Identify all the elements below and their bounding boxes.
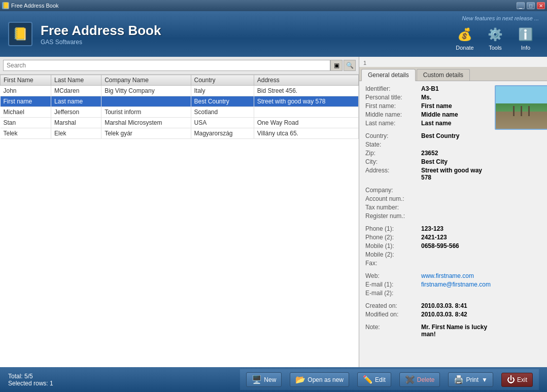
country-label: Country: (365, 132, 421, 139)
tools-icon: ⚙️ (486, 25, 504, 44)
first-name-value: First name (421, 102, 452, 110)
cell-company: Tourist inform (101, 107, 191, 118)
print-dropdown-icon[interactable]: ▼ (482, 376, 488, 383)
city-label: City: (365, 158, 421, 165)
delete-label: Delete (417, 376, 435, 383)
open-as-new-label: Open as new (307, 376, 344, 383)
app-icon: 📒 (2, 2, 9, 9)
identifier-value: A3-B1 (421, 85, 439, 92)
field-first-name: First name: First name (365, 102, 491, 110)
phone2-label: Phone (2): (365, 234, 421, 241)
contact-table[interactable]: First Name Last Name Company Name Countr… (0, 75, 359, 367)
field-fax: Fax: (365, 260, 491, 267)
tax-number-label: Tax number: (365, 204, 421, 211)
delete-button[interactable]: ✖️ Delete (399, 372, 440, 387)
personal-title-value: Ms. (421, 94, 431, 101)
close-button[interactable]: ✕ (537, 2, 545, 9)
field-note: Note: Mr. First Name is lucky man! (365, 324, 491, 338)
header-buttons: 💰 Donate ⚙️ Tools ℹ️ Info (452, 23, 539, 53)
main-area: ▣ 🔍 First Name Last Name Company Name Co… (0, 57, 547, 367)
title-bar-text: Free Address Book (11, 3, 515, 9)
field-mobile1: Mobile (1): 0658-595-566 (365, 242, 491, 250)
field-web: Web: www.firstname.com (365, 272, 491, 279)
cell-firstName: Stan (1, 118, 51, 128)
table-row[interactable]: JohnMCdarenBig Vitty CompanyItalyBid Str… (1, 86, 359, 96)
photo-posts (513, 106, 530, 116)
edit-button[interactable]: ✏️ Edit (357, 372, 391, 387)
fax-label: Fax: (365, 260, 421, 267)
mobile1-value: 0658-595-566 (421, 242, 459, 250)
new-button[interactable]: 🖥️ New (246, 372, 282, 387)
cell-address: Street with good way 578 (254, 96, 358, 107)
cell-firstName: Telek (1, 128, 51, 139)
cell-country: Scotland (191, 107, 254, 118)
tab-custom[interactable]: Custom details (417, 69, 470, 81)
search-bar: ▣ 🔍 (0, 57, 359, 75)
city-value: Best City (421, 158, 448, 165)
field-email1: E-mail (1): firstname@firstname.com (365, 281, 491, 288)
cell-lastName: Elek (51, 128, 101, 139)
last-name-value: Last name (421, 120, 451, 127)
modified-on-label: Modified on: (365, 311, 421, 318)
photo-frame (495, 85, 547, 130)
right-panel: 1 General details Custom details Identif… (359, 57, 547, 367)
cell-country: USA (191, 118, 254, 128)
maximize-button[interactable]: □ (527, 2, 535, 9)
cell-address: Villány utca 65. (254, 128, 358, 139)
donate-button[interactable]: 💰 Donate (452, 23, 478, 53)
print-button[interactable]: 🖨️ Print ▼ (448, 372, 493, 387)
table-row[interactable]: StanMarshalMarshal MicrosystemUSAOne Way… (1, 118, 359, 128)
web-value[interactable]: www.firstname.com (421, 272, 474, 279)
info-icon: ℹ️ (517, 25, 535, 44)
table-row[interactable]: First nameLast nameBest CountryStreet wi… (1, 96, 359, 107)
field-city: City: Best City (365, 158, 491, 165)
print-label: Print (466, 376, 478, 383)
cell-lastName: Last name (51, 96, 101, 107)
field-personal-title: Personal title: Ms. (365, 94, 491, 101)
info-label: Info (521, 45, 530, 51)
cell-firstName: Michael (1, 107, 51, 118)
email1-label: E-mail (1): (365, 281, 421, 288)
field-last-name: Last name: Last name (365, 120, 491, 127)
table-row[interactable]: TelekElekTelek gyárMagyarországVillány u… (1, 128, 359, 139)
field-phone2: Phone (2): 2421-123 (365, 234, 491, 241)
company-label: Company: (365, 187, 421, 194)
minimize-button[interactable]: _ (517, 2, 525, 9)
divider-3 (365, 221, 491, 225)
exit-button[interactable]: ⏻ Exit (501, 373, 533, 387)
divider-6 (365, 319, 491, 324)
phone1-value: 123-123 (421, 225, 443, 232)
created-on-value: 2010.03.03. 8:41 (421, 302, 467, 309)
field-country: Country: Best Country (365, 132, 491, 139)
left-panel: ▣ 🔍 First Name Last Name Company Name Co… (0, 57, 359, 367)
app-header: 📒 Free Address Book GAS Softwares New fe… (0, 11, 547, 57)
register-num-label: Register num.: (365, 212, 421, 220)
col-country: Country (191, 75, 254, 86)
personal-title-label: Personal title: (365, 94, 421, 101)
field-identifier: Identifier: A3-B1 (365, 85, 491, 92)
field-created-on: Created on: 2010.03.03. 8:41 (365, 302, 491, 309)
cell-lastName: MCdaren (51, 86, 101, 96)
clear-search-button[interactable]: ▣ (330, 60, 343, 71)
divider-1 (365, 128, 491, 132)
app-title: Free Address Book (41, 23, 443, 39)
status-text: Total: 5/5 Selected rows: 1 (8, 373, 236, 387)
col-last-name: Last Name (51, 75, 101, 86)
table-row[interactable]: MichaelJeffersonTourist informScotland (1, 107, 359, 118)
info-button[interactable]: ℹ️ Info (512, 23, 539, 53)
new-features-text: New features in next release ... (462, 15, 539, 21)
search-button[interactable]: 🔍 (344, 60, 356, 71)
search-input[interactable] (3, 60, 330, 71)
field-company: Company: (365, 187, 491, 194)
last-name-label: Last name: (365, 120, 421, 127)
tools-button[interactable]: ⚙️ Tools (482, 23, 508, 53)
exit-icon: ⏻ (507, 375, 515, 384)
field-email2: E-mail (2): (365, 290, 491, 297)
email1-value[interactable]: firstname@firstname.com (421, 281, 491, 288)
selected-rows-text: Selected rows: 1 (8, 380, 236, 387)
cell-company (101, 96, 191, 107)
detail-fields: Identifier: A3-B1 Personal title: Ms. Fi… (365, 85, 491, 363)
contact-photo (495, 85, 547, 363)
tab-general[interactable]: General details (361, 69, 416, 81)
open-as-new-button[interactable]: 📂 Open as new (290, 372, 349, 387)
